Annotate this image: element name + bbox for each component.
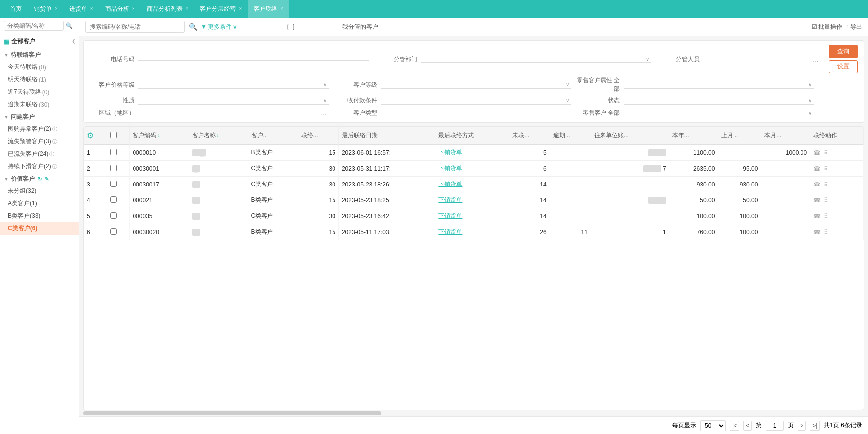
row-checkbox[interactable] xyxy=(110,165,117,171)
gear-settings-icon[interactable]: ⚙ xyxy=(87,131,94,140)
nav-product-analysis-list-close-icon[interactable]: × xyxy=(186,0,189,18)
action-more-icon[interactable]: ⠿ xyxy=(824,165,828,172)
filter-retail-attr-select[interactable]: ∨ xyxy=(624,81,814,89)
action-more-icon[interactable]: ⠿ xyxy=(824,213,828,220)
filter-dept-select[interactable]: ∨ xyxy=(421,55,652,63)
sidebar-item-warning[interactable]: 流失预警客户(3) ⓘ xyxy=(0,135,79,148)
action-more-icon[interactable]: ⠿ xyxy=(824,229,828,236)
sidebar-collapse-icon[interactable]: 《 xyxy=(70,38,75,45)
nav-product-analysis-close-icon[interactable]: × xyxy=(132,0,135,18)
query-button[interactable]: 查询 xyxy=(829,45,858,58)
edit-icon-value[interactable]: ✎ xyxy=(45,176,49,182)
more-conditions-button[interactable]: ▼ 更多条件 ∨ xyxy=(201,23,237,31)
contact-phone-icon[interactable]: ☎ xyxy=(813,229,821,236)
per-page-select[interactable]: 50 100 200 xyxy=(700,420,726,431)
my-customers-label: 我分管的客户 xyxy=(342,23,378,31)
nav-customer-contact-close-icon[interactable]: × xyxy=(280,0,283,18)
page-number-input[interactable] xyxy=(766,421,784,431)
nav-customer-contact[interactable]: 客户联络 × xyxy=(248,0,289,18)
filter-customer-level-select[interactable]: ∨ xyxy=(381,81,571,89)
sidebar-all-customers[interactable]: ▦ 全部客户 《 xyxy=(0,34,79,49)
cell-no-contact: 14 xyxy=(509,208,550,224)
sidebar-item-lost[interactable]: 已流失客户(24) ⓘ xyxy=(0,148,79,160)
sidebar-item-class-a[interactable]: A类客户(1) xyxy=(0,197,79,210)
filter-person-input[interactable]: ... xyxy=(704,54,821,64)
filter-row-3: 性质 ∨ 收付款条件 ∨ 状态 ∨ xyxy=(90,96,858,105)
sidebar-item-abnormal[interactable]: 囤购异常客户(2) ⓘ xyxy=(0,123,79,135)
sidebar-item-class-c[interactable]: C类客户(6) xyxy=(0,222,79,235)
sidebar-item-today[interactable]: 今天待联络(0) xyxy=(0,61,79,73)
contact-phone-icon[interactable]: ☎ xyxy=(813,165,821,172)
th-account[interactable]: 往来单位账...↑ xyxy=(591,127,669,145)
contact-phone-icon[interactable]: ☎ xyxy=(813,181,821,188)
set-button[interactable]: 设置 xyxy=(829,60,858,73)
filter-customer-type-input[interactable] xyxy=(381,112,571,114)
row-checkbox[interactable] xyxy=(110,212,117,219)
contact-phone-icon[interactable]: ☎ xyxy=(813,149,821,156)
sidebar-search-input[interactable] xyxy=(4,21,64,31)
nav-customer-contact-label: 客户联络 xyxy=(254,0,277,18)
nav-product-analysis-list[interactable]: 商品分析列表 × xyxy=(141,0,195,18)
my-customers-checkbox[interactable]: 我分管的客户 xyxy=(241,23,378,31)
sidebar-item-tomorrow[interactable]: 明天待联络(1) xyxy=(0,73,79,86)
batch-ops-button[interactable]: ☑ 批量操作 xyxy=(812,23,842,31)
cell-name: 12█ xyxy=(189,145,248,161)
action-more-icon[interactable]: ⠿ xyxy=(824,149,828,156)
th-customer-name[interactable]: 客户名称↕ xyxy=(189,127,248,145)
cell-last-contact-method: 下销货单 xyxy=(435,208,509,224)
row-checkbox[interactable] xyxy=(110,181,117,187)
cell-action: ☎ ⠿ xyxy=(810,208,864,224)
my-customers-check[interactable] xyxy=(241,24,340,30)
filter-phone-input[interactable] xyxy=(138,58,369,61)
sidebar-item-unclassified[interactable]: 未分组(32) xyxy=(0,185,79,197)
page-next-button[interactable]: > xyxy=(798,421,806,431)
filter-retail-customer-select[interactable]: ∨ xyxy=(624,109,814,117)
filter-label-payment: 收付款条件 xyxy=(333,96,377,105)
cell-contact: 15 xyxy=(298,145,338,161)
search-button[interactable]: 🔍 xyxy=(189,23,197,31)
cell-current-year: 50.00 xyxy=(669,192,718,208)
filter-region-input[interactable]: ... xyxy=(138,108,329,118)
row-checkbox[interactable] xyxy=(110,149,117,155)
filter-payment-select[interactable]: ∨ xyxy=(381,97,571,105)
row-checkbox[interactable] xyxy=(110,228,117,235)
horizontal-scrollbar[interactable] xyxy=(83,410,864,416)
filter-price-level-select[interactable]: ∨ xyxy=(138,81,329,89)
select-all-checkbox[interactable] xyxy=(110,132,117,138)
nav-purchase-close-icon[interactable]: × xyxy=(90,0,93,18)
sidebar-item-7days[interactable]: 近7天待联络(0) xyxy=(0,86,79,98)
sidebar-item-class-b[interactable]: B类客户(33) xyxy=(0,210,79,222)
toolbar-right-actions: ☑ 批量操作 ↑ 导出 xyxy=(812,23,862,31)
filter-status-select[interactable]: ∨ xyxy=(624,97,814,105)
filter-nature-select[interactable]: ∨ xyxy=(138,97,329,105)
row-checkbox[interactable] xyxy=(110,196,117,203)
nav-customer-segmentation-close-icon[interactable]: × xyxy=(239,0,242,18)
page-prev-button[interactable]: < xyxy=(743,421,752,431)
action-more-icon[interactable]: ⠿ xyxy=(824,181,828,188)
cell-last-contact-method: 下销货单 xyxy=(435,177,509,192)
sidebar-item-overdue[interactable]: 逾期未联络(30) xyxy=(0,98,79,111)
nav-product-analysis[interactable]: 商品分析 × xyxy=(99,0,141,18)
nav-sales-close-icon[interactable]: × xyxy=(55,0,58,18)
sidebar-item-declining[interactable]: 持续下滑客户(2) ⓘ xyxy=(0,160,79,173)
nav-sales[interactable]: 销货单 × xyxy=(28,0,64,18)
cell-type: B类客户 xyxy=(248,192,298,208)
page-last-button[interactable]: >| xyxy=(810,421,820,431)
scroll-thumb[interactable] xyxy=(83,411,381,415)
th-customer-code[interactable]: 客户编码↕ xyxy=(130,127,189,145)
page-first-button[interactable]: |< xyxy=(730,421,739,431)
cell-name: █ xyxy=(189,161,248,177)
filter-label-customer-level: 客户等级 xyxy=(333,81,377,89)
export-button[interactable]: ↑ 导出 xyxy=(846,23,862,31)
contact-phone-icon[interactable]: ☎ xyxy=(813,213,821,220)
nav-home[interactable]: 首页 xyxy=(4,0,28,18)
cell-account xyxy=(591,145,669,161)
sidebar-search-icon[interactable]: 🔍 xyxy=(66,22,73,29)
nav-purchase[interactable]: 进货单 × xyxy=(64,0,99,18)
contact-phone-icon[interactable]: ☎ xyxy=(813,197,821,204)
nav-customer-segmentation[interactable]: 客户分层经营 × xyxy=(194,0,248,18)
refresh-icon-value[interactable]: ↻ xyxy=(38,176,42,182)
filter-label-status: 状态 xyxy=(575,96,620,105)
action-more-icon[interactable]: ⠿ xyxy=(824,197,828,204)
search-input[interactable] xyxy=(85,21,185,33)
